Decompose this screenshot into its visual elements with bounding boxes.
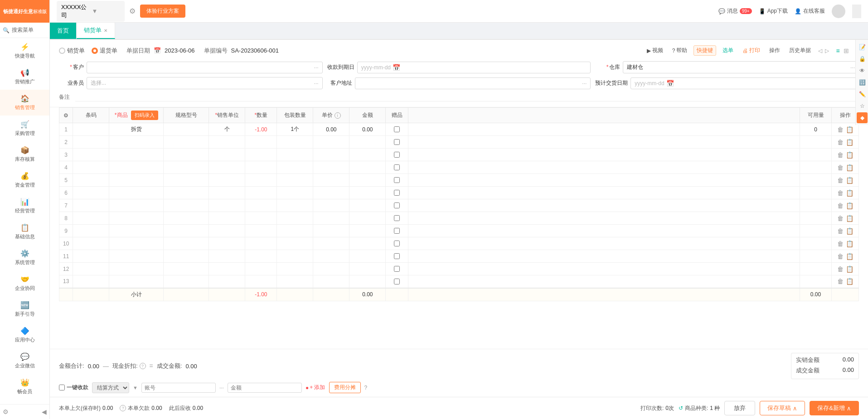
sidebar-item-inventory[interactable]: 📦 库存核算 [0, 141, 49, 167]
list-view-icon[interactable]: ≡ [836, 47, 839, 54]
experience-button[interactable]: 体验行业方案 [140, 5, 185, 18]
row-1-pack-qty[interactable]: 1个 [277, 123, 313, 136]
settings-icon[interactable]: ⚙ [129, 7, 136, 15]
row-10-gift-checkbox[interactable] [394, 241, 400, 246]
col-header-settings[interactable]: ⚙ [59, 108, 73, 123]
company-selector[interactable]: XXXXX公司 ▼ [57, 1, 125, 22]
row-6-copy-icon[interactable]: 📋 [846, 189, 853, 197]
grid-view-icon[interactable]: ⊞ [844, 47, 849, 54]
row-2-copy-icon[interactable]: 📋 [846, 139, 853, 146]
row-11-copy-icon[interactable]: 📋 [846, 253, 853, 260]
row-11-gift-checkbox[interactable] [394, 253, 400, 259]
fee-split-button[interactable]: 费用分摊 [329, 382, 361, 393]
right-action-star[interactable]: ☆ [857, 101, 868, 111]
sidebar-item-sales[interactable]: 🏠 销售管理 [0, 90, 49, 116]
save-draft-button[interactable]: 保存草稿 ∧ [760, 401, 805, 415]
row-12-copy-icon[interactable]: 📋 [846, 265, 853, 273]
row-1-copy-icon[interactable]: 📋 [846, 126, 853, 133]
sidebar-item-operations[interactable]: 📊 经营管理 [0, 193, 49, 219]
row-1-unit[interactable]: 个 [209, 123, 245, 136]
sidebar-collapse-btn[interactable]: ◀ [42, 408, 47, 415]
row-8-gift-checkbox[interactable] [394, 215, 400, 221]
sidebar-item-marketing[interactable]: 📢 营销推广 [0, 64, 49, 90]
row-11-delete-icon[interactable]: 🗑 [837, 253, 844, 260]
row-13-copy-icon[interactable]: 📋 [846, 278, 853, 285]
row-4-gift-checkbox[interactable] [394, 164, 400, 170]
cash-discount-info-icon[interactable]: ? [140, 363, 146, 369]
sidebar-item-system[interactable]: ⚙️ 系统管理 [0, 245, 49, 270]
operate-button[interactable]: 操作 [766, 45, 783, 56]
tab-sales-order[interactable]: 销货单 ✕ [77, 23, 115, 39]
row-9-delete-icon[interactable]: 🗑 [837, 227, 844, 235]
row-2-delete-icon[interactable]: 🗑 [837, 139, 844, 146]
sidebar-item-apps[interactable]: 🔷 应用中心 [0, 322, 49, 348]
amount-input[interactable] [228, 383, 302, 393]
row-1-product[interactable]: 拆货 [109, 123, 164, 136]
calc-method-select[interactable]: 结算方式 [92, 382, 129, 393]
row-10-delete-icon[interactable]: 🗑 [837, 240, 844, 247]
row-7-delete-icon[interactable]: 🗑 [837, 202, 844, 209]
warehouse-input[interactable]: 建材仓 ··· [623, 61, 859, 73]
shortcut-button[interactable]: 快捷键 [693, 45, 716, 56]
scan-button[interactable]: 扫码录入 [131, 111, 158, 120]
row-1-price[interactable]: 0.00 [313, 123, 349, 136]
user-avatar[interactable] [832, 5, 845, 18]
app-download-button[interactable]: 📱 App下载 [759, 7, 788, 15]
row-12-gift-checkbox[interactable] [394, 266, 400, 272]
row-7-copy-icon[interactable]: 📋 [846, 202, 853, 209]
collection-date-input[interactable]: yyyy-mm-dd 📅 [357, 62, 591, 73]
salesperson-input[interactable]: 选择... ··· [87, 77, 323, 89]
row-1-gift[interactable] [386, 123, 408, 136]
row-1-spec[interactable] [164, 123, 209, 136]
row-13-delete-icon[interactable]: 🗑 [837, 278, 844, 285]
fee-help-icon[interactable]: ? [364, 385, 368, 391]
collection-date-calendar-icon[interactable]: 📅 [393, 64, 400, 71]
row-9-copy-icon[interactable]: 📋 [846, 227, 853, 235]
delivery-date-calendar-icon[interactable]: 📅 [666, 80, 674, 87]
one-click-payment-checkbox[interactable]: 一键收款 [59, 384, 88, 391]
info-icon-debt[interactable]: ? [120, 405, 126, 411]
video-button[interactable]: ▶ 视频 [644, 45, 666, 56]
row-6-gift-checkbox[interactable] [394, 190, 400, 196]
customer-address-dots[interactable]: ··· [582, 80, 587, 87]
right-action-note[interactable]: 📝 [857, 42, 868, 53]
row-7-gift-checkbox[interactable] [394, 202, 400, 208]
save-new-button[interactable]: 保存&新增 ∧ [810, 401, 859, 415]
salesperson-dots[interactable]: ··· [314, 80, 319, 87]
row-4-delete-icon[interactable]: 🗑 [837, 164, 844, 171]
customer-dots[interactable]: ··· [314, 64, 319, 71]
abandon-button[interactable]: 放弃 [724, 401, 755, 415]
row-2-gift-checkbox[interactable] [394, 139, 400, 145]
customer-address-input[interactable]: ··· [355, 77, 591, 89]
history-button[interactable]: 历史单据 [786, 45, 814, 56]
history-prev-btn[interactable]: ◁ [817, 47, 823, 55]
row-12-delete-icon[interactable]: 🗑 [837, 265, 844, 273]
notes-input[interactable] [75, 93, 859, 101]
print-button[interactable]: 🖨 打印 [740, 45, 763, 56]
right-action-orange[interactable]: ◆ [857, 112, 868, 123]
sidebar-item-wechat[interactable]: 💬 企业微信 [0, 348, 49, 374]
sidebar-item-purchase[interactable]: 🛒 采购管理 [0, 116, 49, 141]
customer-input[interactable]: ··· [87, 62, 323, 73]
sidebar-item-quick-nav[interactable]: ⚡ 快捷导航 [0, 38, 49, 64]
row-5-delete-icon[interactable]: 🗑 [837, 177, 844, 184]
row-1-delete-icon[interactable]: 🗑 [837, 126, 844, 133]
row-9-gift-checkbox[interactable] [394, 228, 400, 234]
row-5-gift-checkbox[interactable] [394, 177, 400, 183]
right-action-calculator[interactable]: 🔢 [857, 77, 868, 88]
messages-button[interactable]: 💬 消息 99+ [718, 7, 752, 15]
select-button[interactable]: 选单 [720, 45, 736, 56]
right-action-edit[interactable]: ✏️ [857, 89, 868, 100]
add-payment-button[interactable]: ● + 添加 [305, 384, 325, 391]
tab-close-icon[interactable]: ✕ [104, 28, 107, 33]
sidebar-search[interactable]: 🔍 搜索菜单 [0, 23, 49, 38]
account-input[interactable] [141, 383, 216, 393]
row-6-delete-icon[interactable]: 🗑 [837, 189, 844, 197]
sidebar-item-cooperation[interactable]: 🤝 企业协同 [0, 270, 49, 296]
row-4-copy-icon[interactable]: 📋 [846, 164, 853, 171]
sidebar-item-capital[interactable]: 💰 资金管理 [0, 167, 49, 193]
price-info-icon[interactable]: i [335, 112, 341, 119]
warehouse-dots[interactable]: ··· [850, 64, 855, 71]
radio-sales-order[interactable]: 销货单 [59, 47, 85, 55]
right-action-lock[interactable]: 🔒 [857, 53, 868, 64]
